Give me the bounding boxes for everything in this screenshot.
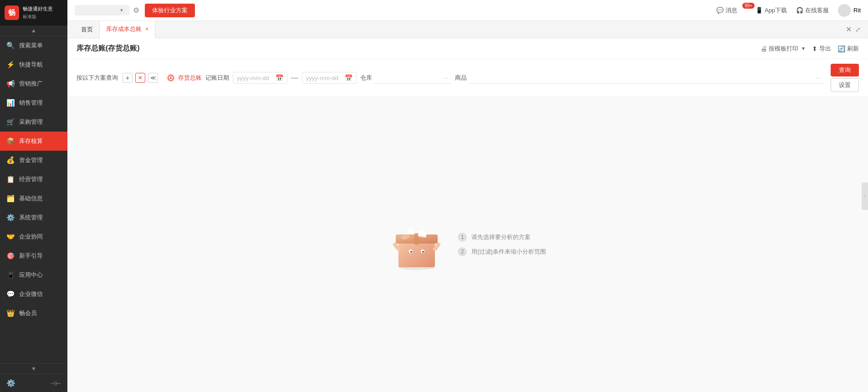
gear-icon: ⚙️ bbox=[6, 214, 15, 222]
product-field: 商品 ··· bbox=[455, 72, 823, 84]
search-icon: 🔍 bbox=[6, 41, 15, 50]
sidebar-item-enterprise[interactable]: 🤝 企业协同 bbox=[0, 227, 67, 246]
empty-illustration bbox=[389, 217, 444, 272]
filter-controls: 按以下方案查询 + ✕ ≪ bbox=[77, 73, 158, 83]
app-download-button[interactable]: 📱 App下载 bbox=[756, 6, 787, 15]
export-icon: ⬆ bbox=[812, 45, 817, 52]
query-button[interactable]: 查询 bbox=[831, 64, 859, 76]
app-badge: 标准版 bbox=[23, 14, 53, 20]
svg-line-9 bbox=[435, 244, 439, 249]
svg-point-12 bbox=[410, 251, 412, 253]
date-range-field: 记账日期 yyyy-mm-dd 📅 — yyyy-mm-dd 📅 bbox=[205, 72, 357, 84]
sidebar: 畅 畅捷通好生意 标准版 ▲ 🔍 搜索菜单 ⚡ 快捷导航 📢 营销推广 📊 销售… bbox=[0, 0, 67, 392]
sidebar-item-label: 资金管理 bbox=[19, 156, 43, 164]
empty-tip-1: 1 请先选择要分析的方案 bbox=[458, 233, 546, 242]
user-name: Rit bbox=[853, 7, 861, 14]
settings-gear-icon[interactable]: ⚙ bbox=[133, 6, 139, 15]
tip-text-2: 用[过滤]条件来缩小分析范围 bbox=[471, 248, 546, 256]
empty-state: 1 请先选择要分析的方案 2 用[过滤]条件来缩小分析范围 bbox=[67, 97, 868, 392]
message-button[interactable]: 💬 消息 99+ bbox=[716, 6, 746, 15]
filter-collapse-button[interactable]: ✕ bbox=[135, 73, 145, 83]
sidebar-item-sales[interactable]: 📊 销售管理 bbox=[0, 93, 67, 112]
tip-text-1: 请先选择要分析的方案 bbox=[471, 233, 531, 241]
filter-add-button[interactable]: + bbox=[123, 73, 133, 83]
sidebar-item-purchase[interactable]: 🛒 采购管理 bbox=[0, 112, 67, 132]
sidebar-item-label: 企业微信 bbox=[19, 290, 43, 298]
empty-state-inner: 1 请先选择要分析的方案 2 用[过滤]条件来缩小分析范围 bbox=[389, 217, 546, 272]
empty-tips: 1 请先选择要分析的方案 2 用[过滤]条件来缩小分析范围 bbox=[458, 233, 546, 256]
sidebar-item-search[interactable]: 🔍 搜索菜单 bbox=[0, 36, 67, 55]
folder-icon: 🗂️ bbox=[6, 194, 15, 203]
chevron-down-icon: ▼ bbox=[119, 8, 124, 13]
handshake-icon: 🤝 bbox=[6, 233, 15, 241]
date-start-input[interactable]: yyyy-mm-dd 📅 bbox=[233, 72, 287, 84]
export-button[interactable]: ⬆ 导出 bbox=[812, 45, 831, 53]
sidebar-item-system[interactable]: ⚙️ 系统管理 bbox=[0, 208, 67, 227]
tab-close-icon[interactable]: × bbox=[145, 26, 148, 32]
sidebar-item-appstore[interactable]: 📱 应用中心 bbox=[0, 265, 67, 285]
refresh-icon: 🔄 bbox=[837, 45, 845, 52]
sidebar-item-label: 基础信息 bbox=[19, 194, 43, 203]
sidebar-item-finance[interactable]: 💰 资金管理 bbox=[0, 151, 67, 170]
warehouse-input[interactable]: ··· bbox=[374, 72, 451, 84]
sidebar-item-label: 采购管理 bbox=[19, 118, 43, 126]
topbar-selector[interactable]: ▼ bbox=[75, 5, 129, 15]
sidebar-item-member[interactable]: 👑 畅会员 bbox=[0, 304, 67, 323]
sidebar-scroll-up[interactable]: ▲ bbox=[0, 25, 67, 36]
close-tab-icon[interactable]: ✕ bbox=[846, 25, 852, 34]
audio-icon[interactable]: ⊣⊢ bbox=[50, 380, 61, 387]
filter-scheme[interactable]: 存货总账 bbox=[166, 73, 202, 82]
phone-download-icon: 📱 bbox=[756, 7, 763, 14]
message-icon: 💬 bbox=[716, 7, 724, 14]
right-panel-indicator[interactable]: › bbox=[862, 183, 868, 210]
sidebar-item-operations[interactable]: 📋 经营管理 bbox=[0, 170, 67, 189]
panel-indicator-icon: › bbox=[864, 193, 865, 199]
sidebar-item-newbie[interactable]: 🎯 新手引导 bbox=[0, 246, 67, 265]
lightning-icon: ⚡ bbox=[6, 61, 15, 69]
industry-button[interactable]: 体验行业方案 bbox=[145, 4, 195, 17]
sidebar-item-shortcut[interactable]: ⚡ 快捷导航 bbox=[0, 55, 67, 74]
print-button[interactable]: 🖨 按模板打印 ▼ bbox=[761, 45, 806, 53]
tab-home[interactable]: 首页 bbox=[75, 21, 100, 38]
phone-icon: 📱 bbox=[6, 271, 15, 279]
filter-arrow-button[interactable]: ≪ bbox=[148, 73, 158, 83]
svg-rect-15 bbox=[408, 228, 415, 234]
megaphone-icon: 📢 bbox=[6, 80, 15, 88]
product-input[interactable]: ··· bbox=[469, 72, 823, 84]
print-chevron-icon: ▼ bbox=[801, 46, 806, 51]
empty-tip-2: 2 用[过滤]条件来缩小分析范围 bbox=[458, 247, 546, 256]
sidebar-item-label: 新手引导 bbox=[19, 252, 43, 260]
expand-icon[interactable]: ⤢ bbox=[855, 26, 861, 33]
tabs-right-controls: ✕ ⤢ bbox=[846, 25, 861, 34]
app-name: 畅捷通好生意 bbox=[23, 5, 53, 12]
money-icon: 💰 bbox=[6, 156, 15, 164]
sidebar-item-basic[interactable]: 🗂️ 基础信息 bbox=[0, 189, 67, 208]
main-content: ▼ ⚙ 体验行业方案 💬 消息 99+ 📱 App下载 🎧 在线客服 Rit bbox=[67, 0, 868, 392]
scheme-label: 存货总账 bbox=[178, 74, 202, 82]
print-icon: 🖨 bbox=[761, 45, 767, 52]
product-more-icon[interactable]: ··· bbox=[815, 74, 821, 81]
filter-label: 按以下方案查询 bbox=[77, 74, 118, 82]
page-title: 库存总账(存货总账) bbox=[77, 44, 140, 53]
sidebar-item-wechat[interactable]: 💬 企业微信 bbox=[0, 285, 67, 304]
sidebar-scroll-down[interactable]: ▼ bbox=[0, 363, 67, 374]
settings-icon[interactable]: ⚙️ bbox=[6, 379, 15, 387]
online-service-button[interactable]: 🎧 在线客服 bbox=[796, 6, 829, 15]
tab-inventory-ledger[interactable]: 库存成本总账 × bbox=[100, 21, 155, 38]
settings-button[interactable]: 设置 bbox=[831, 78, 859, 92]
product-label: 商品 bbox=[455, 74, 467, 82]
topbar-left: ▼ ⚙ 体验行业方案 bbox=[75, 4, 716, 17]
sidebar-item-label: 企业协同 bbox=[19, 233, 43, 241]
filter-bar: 按以下方案查询 + ✕ ≪ 存货总账 记账日期 yyyy-mm-dd 📅 — bbox=[67, 59, 868, 97]
svg-rect-3 bbox=[398, 242, 435, 267]
sidebar-item-inventory[interactable]: 📦 库存核算 bbox=[0, 132, 67, 151]
user-info[interactable]: Rit bbox=[838, 4, 861, 17]
refresh-button[interactable]: 🔄 刷新 bbox=[837, 45, 859, 53]
tabs-bar: 首页 库存成本总账 × ✕ ⤢ bbox=[67, 21, 868, 38]
tip-num-2: 2 bbox=[458, 247, 467, 256]
warehouse-more-icon[interactable]: ··· bbox=[443, 74, 449, 81]
date-end-input[interactable]: yyyy-mm-dd 📅 bbox=[302, 72, 357, 84]
box-illustration-svg bbox=[389, 217, 444, 272]
warehouse-field: 仓库 ··· bbox=[360, 72, 451, 84]
sidebar-item-marketing[interactable]: 📢 营销推广 bbox=[0, 74, 67, 93]
